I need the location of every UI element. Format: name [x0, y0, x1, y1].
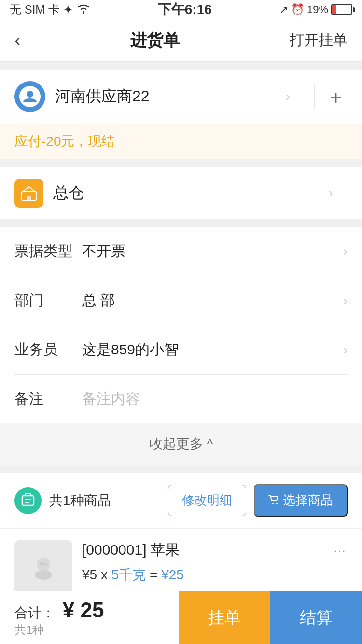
staff-row[interactable]: 业务员 这是859的小智 › — [0, 325, 362, 374]
product-info: [0000001] 苹果 ¥5 x 5千克 = ¥25 — [82, 540, 332, 584]
footer-total-amount: ¥ 25 — [63, 598, 104, 622]
cart-icon — [268, 493, 279, 508]
hang-button[interactable]: 挂单 — [179, 591, 270, 644]
staff-value: 这是859的小智 — [82, 340, 343, 360]
back-button[interactable]: ‹ — [14, 30, 20, 51]
svg-point-9 — [35, 570, 52, 580]
ticket-type-value: 不开票 — [82, 241, 343, 261]
battery-icon — [331, 4, 352, 15]
products-header: 共1种商品 修改明细 选择商品 — [0, 473, 362, 528]
settle-button[interactable]: 结算 — [270, 591, 362, 644]
battery-percent: 19% — [307, 3, 328, 16]
sim-label: 无 SIM 卡 ✦ — [10, 2, 73, 17]
svg-point-7 — [276, 503, 278, 504]
warehouse-section: 总仓 › — [0, 167, 362, 219]
product-code: [0000001] — [82, 542, 146, 558]
note-label: 备注 — [14, 389, 82, 409]
product-thumbnail: 智+ — [14, 540, 72, 598]
warehouse-chevron-icon: › — [329, 185, 333, 201]
warehouse-name: 总仓 — [53, 182, 329, 204]
warehouse-icon — [14, 179, 43, 208]
ticket-chevron-icon: › — [343, 244, 348, 259]
nav-bar: ‹ 进货单 打开挂单 — [0, 19, 362, 62]
svg-rect-3 — [22, 496, 34, 505]
open-hang-button[interactable]: 打开挂单 — [290, 30, 348, 50]
product-name: [0000001] 苹果 — [82, 540, 332, 560]
select-product-label: 选择商品 — [283, 492, 333, 509]
footer-bar: 合计： ¥ 25 共1种 挂单 结算 — [0, 591, 362, 644]
product-more-button[interactable]: ··· — [332, 540, 348, 560]
status-right: ↗ ⏰ 19% — [279, 3, 352, 16]
collapse-button[interactable]: 收起更多 ^ — [0, 423, 362, 465]
product-price: ¥5 x 5千克 = ¥25 — [82, 566, 332, 584]
product-unit-price: ¥5 — [82, 567, 97, 582]
product-quantity: 5千克 — [111, 567, 146, 582]
svg-text:智+: 智+ — [40, 562, 47, 567]
edit-detail-button[interactable]: 修改明细 — [168, 485, 246, 516]
products-count: 共1种商品 — [49, 491, 168, 510]
svg-rect-2 — [27, 196, 31, 200]
product-multiply: x — [101, 567, 111, 582]
svg-point-6 — [272, 503, 274, 504]
supplier-chevron-icon: › — [286, 89, 290, 104]
note-row[interactable]: 备注 备注内容 — [0, 375, 362, 423]
ticket-type-row[interactable]: 票据类型 不开票 › — [0, 227, 362, 276]
form-section: 票据类型 不开票 › 部门 总 部 › 业务员 这是859的小智 › 备注 备注… — [0, 227, 362, 423]
select-product-button[interactable]: 选择商品 — [254, 484, 348, 517]
status-left: 无 SIM 卡 ✦ — [10, 2, 90, 17]
dept-label: 部门 — [14, 291, 82, 310]
supplier-row[interactable]: 河南供应商22 › ＋ — [0, 70, 362, 124]
page-title: 进货单 — [130, 29, 180, 52]
supplier-avatar — [14, 81, 45, 112]
staff-chevron-icon: › — [343, 342, 348, 358]
product-title: 苹果 — [151, 542, 180, 558]
product-equals: = — [150, 567, 161, 582]
supplier-section: 河南供应商22 › ＋ 应付-20元，现结 — [0, 70, 362, 159]
staff-label: 业务员 — [14, 340, 82, 360]
wifi-icon — [77, 3, 90, 16]
divider-1 — [0, 62, 362, 70]
product-total: ¥25 — [161, 567, 184, 582]
note-input[interactable]: 备注内容 — [82, 389, 348, 409]
dept-value: 总 部 — [82, 291, 343, 310]
dept-row[interactable]: 部门 总 部 › — [0, 276, 362, 325]
supplier-name: 河南供应商22 — [55, 86, 286, 107]
footer-total: 合计： ¥ 25 共1种 — [0, 598, 179, 638]
dept-chevron-icon: › — [343, 293, 348, 308]
alarm-icon: ⏰ — [291, 3, 304, 16]
products-icon — [14, 487, 42, 514]
add-supplier-button[interactable]: ＋ — [324, 84, 348, 110]
warehouse-row[interactable]: 总仓 › — [0, 167, 362, 219]
footer-total-sub: 共1种 — [14, 622, 164, 638]
divider-2 — [0, 159, 362, 167]
status-time: 下午6:16 — [158, 0, 212, 19]
location-icon: ↗ — [279, 3, 288, 16]
status-bar: 无 SIM 卡 ✦ 下午6:16 ↗ ⏰ 19% — [0, 0, 362, 19]
ticket-type-label: 票据类型 — [14, 241, 82, 261]
vertical-divider — [314, 84, 315, 109]
footer-total-label: 合计： — [14, 605, 55, 620]
payment-notice: 应付-20元，现结 — [0, 124, 362, 159]
svg-point-0 — [27, 91, 33, 98]
divider-3 — [0, 219, 362, 227]
